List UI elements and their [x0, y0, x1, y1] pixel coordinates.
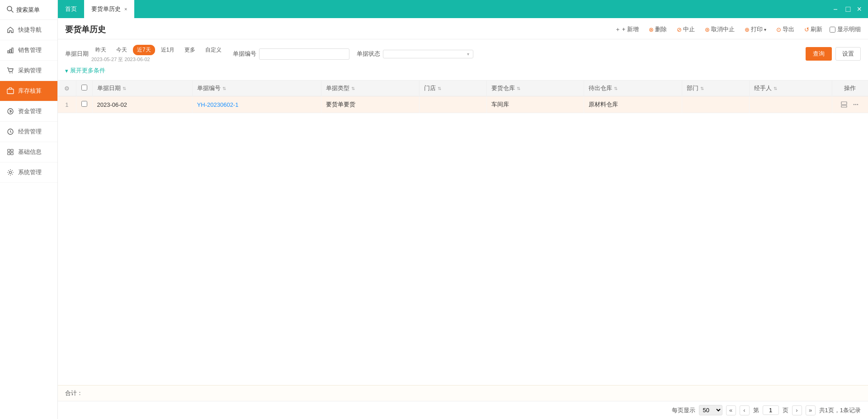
table-body: 1 2023-06-02 YH-20230602-1 要货单要货 车间库 原材料… [58, 96, 868, 113]
settings-icon: ⚙ [64, 85, 70, 92]
query-button[interactable]: 查询 [806, 47, 832, 61]
cancel-stop-label: 取消中止 [711, 25, 735, 33]
table-header-row: ⚙ 单据日期 ⇅ 单据编号 [58, 81, 868, 96]
tab-home[interactable]: 首页 [58, 0, 84, 18]
sidebar-item-inventory[interactable]: 库存核算 [0, 81, 57, 101]
bill-no-input[interactable] [259, 48, 349, 60]
stop-label: 中止 [683, 25, 695, 33]
row-check[interactable] [76, 96, 92, 113]
export-button[interactable]: ⊙ 导出 [774, 24, 797, 35]
expand-label: 展开更多条件 [70, 67, 105, 75]
date-btn-yesterday[interactable]: 昨天 [91, 45, 110, 55]
sidebar-item-label: 库存核算 [18, 87, 42, 95]
handler-sort-icon[interactable]: ⇅ [774, 86, 777, 91]
page-input[interactable] [763, 405, 779, 415]
expand-icon: ▾ [65, 67, 68, 74]
sidebar-item-system[interactable]: 系统管理 [0, 162, 57, 183]
settings-button[interactable]: 设置 [835, 47, 861, 61]
tab-requisition-history[interactable]: 要货单历史 × [84, 0, 134, 18]
col-bill-no: 单据编号 ⇅ [192, 81, 321, 96]
svg-rect-4 [12, 48, 13, 53]
delete-label: 删除 [655, 25, 667, 33]
top-nav: 首页 要货单历史 × － □ × [58, 0, 868, 18]
svg-rect-9 [8, 149, 10, 152]
bill-no-label: 单据编号 [233, 50, 256, 58]
tab-close-icon[interactable]: × [124, 6, 127, 12]
pending-warehouse-sort-icon[interactable]: ⇅ [614, 86, 618, 91]
page-content: 要货单历史 ＋ + 新增 ⊗ 删除 ⊘ 中止 ⊛ 取消中止 [58, 18, 868, 419]
row-checkbox[interactable] [81, 101, 87, 107]
row-department [682, 96, 750, 113]
display-detail-checkbox[interactable]: 显示明细 [830, 25, 861, 33]
prev-page-button[interactable]: ‹ [740, 405, 750, 415]
date-btn-custom[interactable]: 自定义 [201, 45, 226, 55]
maximize-button[interactable]: □ [843, 3, 854, 16]
sidebar-item-sales[interactable]: 销售管理 [0, 40, 57, 61]
date-btn-last7days[interactable]: 近7天 [133, 45, 155, 55]
sidebar-search[interactable]: 搜索菜单 [0, 0, 57, 20]
refresh-icon: ↺ [804, 26, 809, 33]
minimize-button[interactable]: － [829, 2, 842, 16]
first-page-button[interactable]: « [726, 405, 736, 415]
cancel-stop-button[interactable]: ⊛ 取消中止 [702, 24, 737, 35]
new-label: + 新增 [622, 25, 639, 33]
next-page-button[interactable]: › [792, 405, 802, 415]
table-row: 1 2023-06-02 YH-20230602-1 要货单要货 车间库 原材料… [58, 96, 868, 113]
row-bill-no: YH-20230602-1 [192, 96, 321, 113]
window-controls: － □ × [829, 2, 868, 16]
svg-point-5 [9, 72, 10, 73]
system-icon [6, 168, 14, 176]
close-button[interactable]: × [854, 3, 864, 16]
sidebar-item-operation[interactable]: 经营管理 [0, 122, 57, 142]
col-department: 部门 ⇅ [682, 81, 750, 96]
sidebar-item-basic[interactable]: 基础信息 [0, 142, 57, 162]
svg-line-1 [11, 10, 13, 12]
store-sort-icon[interactable]: ⇅ [438, 86, 441, 91]
svg-point-6 [12, 72, 13, 73]
tab-home-label: 首页 [65, 5, 77, 13]
print-button[interactable]: ⊕ 打印 ▾ [742, 24, 769, 35]
sidebar-item-purchase[interactable]: 采购管理 [0, 61, 57, 81]
stop-button[interactable]: ⊘ 中止 [674, 24, 698, 35]
req-warehouse-sort-icon[interactable]: ⇅ [517, 86, 520, 91]
status-select[interactable]: ▾ [383, 50, 473, 58]
svg-rect-14 [841, 105, 847, 107]
per-page-select[interactable]: 50 10 20 100 [699, 405, 722, 415]
status-filter-group: 单据状态 ▾ [357, 50, 473, 58]
row-bill-type: 要货单要货 [321, 96, 419, 113]
finance-icon [6, 107, 14, 115]
filter-area: 单据日期 昨天 今天 近7天 近1月 更多 自定义 2023-05-27 至 2… [58, 39, 868, 81]
display-detail-label: 显示明细 [837, 25, 861, 33]
refresh-button[interactable]: ↺ 刷新 [802, 24, 825, 35]
new-icon: ＋ [615, 25, 621, 33]
select-all-checkbox[interactable] [81, 85, 87, 90]
row-more-icon[interactable] [851, 100, 861, 110]
expand-filter-button[interactable]: ▾ 展开更多条件 [65, 67, 861, 75]
per-page-label: 每页显示 [672, 406, 695, 414]
sidebar-item-label: 快捷导航 [18, 26, 42, 34]
export-icon: ⊙ [776, 26, 781, 33]
date-filter-label: 单据日期 [65, 50, 89, 58]
last-page-button[interactable]: » [806, 405, 816, 415]
department-sort-icon[interactable]: ⇅ [700, 86, 704, 91]
display-detail-input[interactable] [830, 27, 835, 33]
col-checkbox[interactable] [76, 81, 92, 96]
bill-no-sort-icon[interactable]: ⇅ [222, 86, 226, 91]
date-sort-icon[interactable]: ⇅ [123, 86, 126, 91]
print-icon: ⊕ [745, 26, 750, 33]
search-icon [6, 5, 14, 14]
sidebar-item-quick-nav[interactable]: 快捷导航 [0, 20, 57, 40]
delete-button[interactable]: ⊗ 删除 [646, 24, 670, 35]
pagination: 每页显示 50 10 20 100 « ‹ 第 页 › » 共1页，1条记录 [58, 401, 868, 419]
svg-rect-12 [11, 152, 13, 155]
svg-rect-15 [841, 102, 847, 105]
date-btn-more[interactable]: 更多 [180, 45, 199, 55]
bill-no-link[interactable]: YH-20230602-1 [197, 101, 239, 108]
row-edit-icon[interactable] [839, 100, 849, 110]
sidebar-item-finance[interactable]: 资金管理 [0, 101, 57, 122]
bill-type-sort-icon[interactable]: ⇅ [351, 86, 355, 91]
date-btn-last1month[interactable]: 近1月 [157, 45, 179, 55]
new-button[interactable]: ＋ + 新增 [612, 24, 642, 35]
col-settings[interactable]: ⚙ [58, 81, 76, 96]
date-btn-today[interactable]: 今天 [112, 45, 131, 55]
